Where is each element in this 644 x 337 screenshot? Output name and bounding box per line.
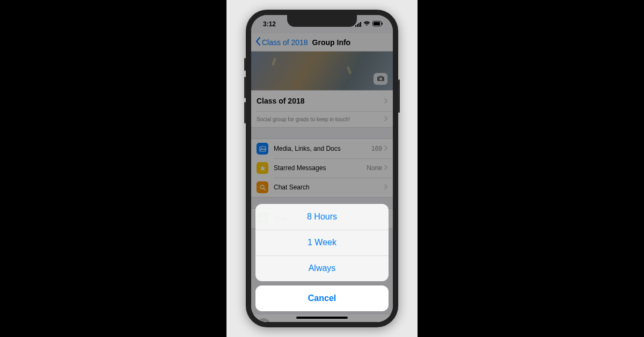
mute-duration-action-sheet: 8 Hours 1 Week Always Cancel (255, 204, 389, 311)
phone-silence-switch (244, 58, 246, 71)
group-description: Social group for grads to keep in touch! (257, 116, 384, 122)
back-label: Class of 2018 (262, 38, 308, 47)
phone-volume-down (244, 102, 246, 123)
mute-1-week-option[interactable]: 1 Week (255, 230, 389, 255)
media-links-docs-row[interactable]: Media, Links, and Docs 169 (251, 139, 393, 158)
chevron-left-icon (255, 37, 261, 47)
mute-always-option[interactable]: Always (255, 255, 389, 281)
cell-value: None (367, 164, 382, 172)
phone-screen: 3:12 Class of 2018 Group Info (251, 15, 393, 322)
group-name: Class of 2018 (257, 97, 384, 105)
cell-label: Chat Search (274, 184, 384, 191)
star-icon (257, 162, 268, 174)
search-icon (257, 181, 268, 193)
avatar (257, 318, 270, 322)
starred-messages-row[interactable]: Starred Messages None (251, 158, 393, 178)
media-icon (257, 143, 268, 155)
group-description-row[interactable]: Social group for grads to keep in touch! (251, 111, 393, 127)
sheet-options-group: 8 Hours 1 Week Always (255, 204, 389, 281)
group-photo[interactable] (251, 52, 393, 90)
chevron-right-icon (384, 164, 387, 172)
phone-frame: 3:12 Class of 2018 Group Info (246, 10, 398, 327)
chevron-right-icon (384, 184, 387, 191)
chevron-right-icon (384, 97, 387, 105)
page-title: Group Info (312, 38, 351, 47)
status-time: 3:12 (263, 20, 276, 28)
battery-icon (372, 20, 383, 28)
phone-power-button (398, 79, 400, 113)
svg-rect-3 (260, 146, 266, 151)
nav-bar: Class of 2018 Group Info (251, 33, 393, 52)
wifi-icon (363, 20, 370, 28)
svg-line-6 (264, 188, 265, 190)
change-photo-button[interactable] (374, 73, 387, 85)
back-button[interactable]: Class of 2018 (255, 37, 308, 47)
cell-label: Media, Links, and Docs (274, 145, 371, 152)
cell-label: Starred Messages (274, 164, 367, 172)
phone-volume-up (244, 77, 246, 98)
home-indicator[interactable] (296, 317, 348, 319)
svg-rect-2 (382, 23, 383, 25)
cancel-button[interactable]: Cancel (255, 285, 389, 311)
group-name-row[interactable]: Class of 2018 (251, 91, 393, 111)
svg-rect-1 (374, 22, 380, 25)
mute-8-hours-option[interactable]: 8 Hours (255, 204, 389, 230)
chat-search-row[interactable]: Chat Search (251, 178, 393, 197)
chevron-right-icon (384, 116, 387, 122)
chevron-right-icon (384, 145, 387, 152)
camera-icon (377, 74, 385, 84)
cell-value: 169 (371, 145, 382, 152)
phone-notch (287, 15, 357, 27)
